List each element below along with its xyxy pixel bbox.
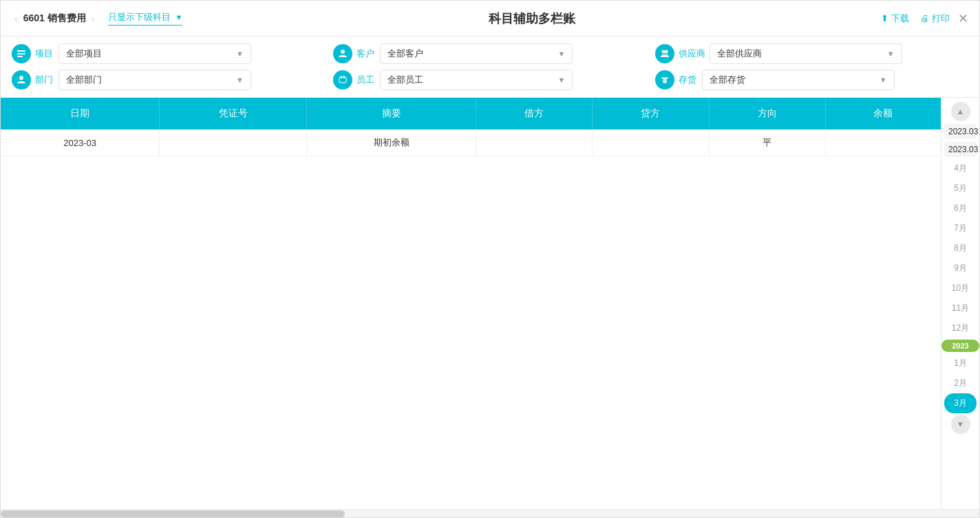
cell-date: 2023-03 xyxy=(1,130,160,156)
horizontal-scrollbar[interactable] xyxy=(1,509,979,517)
dept-select[interactable]: 全部部门 ▼ xyxy=(58,70,251,90)
svg-rect-6 xyxy=(341,76,342,79)
col-date: 日期 xyxy=(1,98,160,130)
col-voucher: 凭证号 xyxy=(160,98,307,130)
customer-select[interactable]: 全部客户 ▼ xyxy=(380,43,573,64)
project-select[interactable]: 全部项目 ▼ xyxy=(58,43,251,64)
col-debit: 借方 xyxy=(476,98,593,130)
project-icon xyxy=(12,44,31,63)
filter-row-2: 部门 全部部门 ▼ 员工 全部员工 ▼ xyxy=(12,70,968,90)
cell-summary: 期初余额 xyxy=(307,130,476,156)
col-balance: 余额 xyxy=(825,98,941,130)
close-button[interactable]: ✕ xyxy=(958,11,968,26)
timeline-month-5[interactable]: 5月 xyxy=(941,178,979,198)
customer-label: 客户 xyxy=(356,48,376,60)
side-timeline: ▲ 2023.03 2023.03 4月 5月 6月 7月 8月 9月 10月 … xyxy=(941,98,979,509)
inventory-icon xyxy=(655,70,674,90)
supplier-value: 全部供应商 xyxy=(717,48,762,60)
download-label: 下载 xyxy=(891,12,909,25)
cell-voucher xyxy=(160,130,307,156)
col-credit: 贷方 xyxy=(593,98,709,130)
supplier-label: 供应商 xyxy=(679,48,705,60)
employee-arrow-icon: ▼ xyxy=(557,76,565,84)
data-table: 日期 凭证号 摘要 借方 贷方 方向 余额 2023-03期初余额平 xyxy=(1,98,941,156)
timeline-month-1[interactable]: 1月 xyxy=(941,353,979,373)
timeline-month-7[interactable]: 7月 xyxy=(941,218,979,238)
svg-rect-5 xyxy=(339,77,346,83)
timeline-month-2[interactable]: 2月 xyxy=(941,373,979,393)
supplier-icon xyxy=(655,44,674,63)
employee-select[interactable]: 全部员工 ▼ xyxy=(380,70,573,90)
col-summary: 摘要 xyxy=(307,98,476,130)
prev-account-arrow[interactable]: ‹ xyxy=(12,13,21,24)
show-sub-label: 只显示下级科目 xyxy=(108,11,171,23)
customer-icon xyxy=(333,44,352,63)
timeline-month-12[interactable]: 12月 xyxy=(941,318,979,338)
print-button[interactable]: 🖨 打印 xyxy=(920,12,950,25)
download-button[interactable]: ⬆ 下载 xyxy=(881,12,909,25)
svg-rect-1 xyxy=(17,53,25,54)
timeline-selected-end[interactable]: 2023.03 xyxy=(944,142,977,157)
employee-icon xyxy=(333,70,352,90)
page-title: 科目辅助多栏账 xyxy=(182,10,881,27)
timeline-down-arrow[interactable]: ▼ xyxy=(951,415,970,434)
filter-item-inventory: 存货 全部存货 ▼ xyxy=(655,70,968,90)
show-sub-button[interactable]: 只显示下级科目 ▼ xyxy=(108,11,182,25)
supplier-select[interactable]: 全部供应商 ▼ xyxy=(710,43,902,64)
table-row: 2023-03期初余额平 xyxy=(1,130,941,156)
dept-value: 全部部门 xyxy=(66,74,102,86)
customer-arrow-icon: ▼ xyxy=(557,50,565,58)
table-container: 日期 凭证号 摘要 借方 贷方 方向 余额 2023-03期初余额平 xyxy=(1,98,979,509)
cell-debit xyxy=(476,130,593,156)
svg-rect-7 xyxy=(343,76,345,79)
cell-credit xyxy=(593,130,709,156)
account-code: 6601 销售费用 xyxy=(23,12,86,25)
filter-item-supplier: 供应商 全部供应商 ▼ xyxy=(655,43,968,64)
filter-item-project: 项目 全部项目 ▼ xyxy=(12,43,325,64)
svg-rect-2 xyxy=(17,56,23,57)
col-direction: 方向 xyxy=(709,98,825,130)
show-sub-arrow-icon: ▼ xyxy=(175,13,182,21)
download-icon: ⬆ xyxy=(881,13,888,23)
filter-item-dept: 部门 全部部门 ▼ xyxy=(12,70,325,90)
timeline-year-2023[interactable]: 2023 xyxy=(941,340,979,352)
print-icon: 🖨 xyxy=(920,13,929,23)
supplier-arrow-icon: ▼ xyxy=(887,50,895,58)
timeline-month-3-active[interactable]: 3月 xyxy=(944,393,977,413)
customer-value: 全部客户 xyxy=(387,48,423,60)
cell-balance xyxy=(825,130,941,156)
svg-point-8 xyxy=(663,79,667,83)
timeline-month-11[interactable]: 11月 xyxy=(941,298,979,318)
project-arrow-icon: ▼ xyxy=(236,50,244,58)
dept-arrow-icon: ▼ xyxy=(236,76,244,84)
timeline-month-9[interactable]: 9月 xyxy=(941,258,979,278)
dept-label: 部门 xyxy=(35,74,54,86)
filter-area: 项目 全部项目 ▼ 客户 全部客户 ▼ xyxy=(1,37,979,98)
timeline-up-arrow[interactable]: ▲ xyxy=(951,102,970,121)
svg-rect-0 xyxy=(17,50,25,52)
inventory-arrow-icon: ▼ xyxy=(880,76,887,84)
inventory-select[interactable]: 全部存货 ▼ xyxy=(702,70,895,90)
timeline-month-8[interactable]: 8月 xyxy=(941,238,979,258)
filter-item-employee: 员工 全部员工 ▼ xyxy=(333,70,646,90)
svg-point-4 xyxy=(664,50,668,54)
timeline-month-10[interactable]: 10月 xyxy=(941,278,979,298)
employee-value: 全部员工 xyxy=(387,74,423,86)
print-label: 打印 xyxy=(932,12,950,25)
timeline-selected-start[interactable]: 2023.03 xyxy=(944,124,977,139)
timeline-month-6[interactable]: 6月 xyxy=(941,198,979,218)
project-value: 全部项目 xyxy=(66,48,102,60)
filter-item-customer: 客户 全部客户 ▼ xyxy=(333,43,646,64)
next-account-arrow[interactable]: › xyxy=(89,13,98,24)
cell-direction: 平 xyxy=(709,130,825,156)
dept-icon xyxy=(12,70,31,90)
inventory-label: 存货 xyxy=(679,74,698,86)
project-label: 项目 xyxy=(35,48,54,60)
timeline-month-4[interactable]: 4月 xyxy=(941,158,979,178)
employee-label: 员工 xyxy=(356,74,376,86)
h-scroll-thumb[interactable] xyxy=(1,510,345,517)
inventory-value: 全部存货 xyxy=(710,74,745,86)
filter-row-1: 项目 全部项目 ▼ 客户 全部客户 ▼ xyxy=(12,43,968,64)
